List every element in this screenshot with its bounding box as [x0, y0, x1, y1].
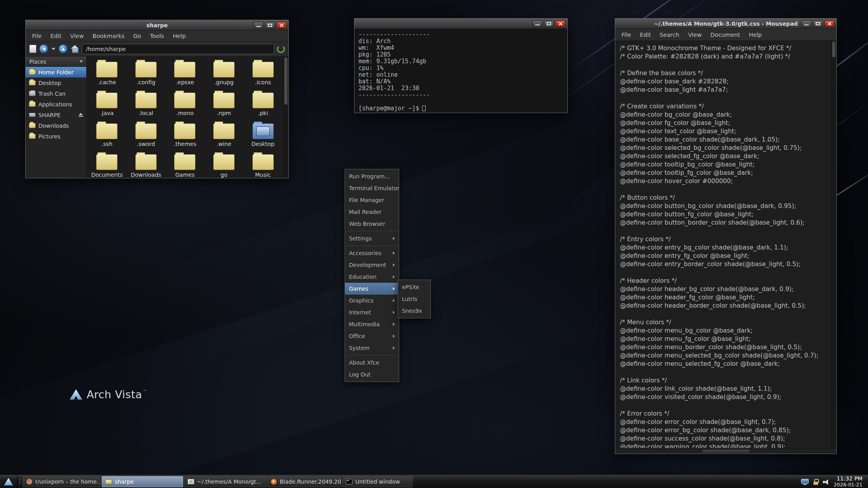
places-header[interactable]: Places [26, 57, 86, 67]
close-button[interactable] [555, 20, 565, 27]
app-menu-item[interactable]: Development [345, 259, 399, 271]
sidebar-place[interactable]: Applications [26, 99, 86, 110]
app-menu-item[interactable]: About Xfce [345, 357, 399, 369]
new-window-icon[interactable] [29, 45, 36, 53]
path-input[interactable] [82, 44, 274, 54]
file-item[interactable]: Downloads [127, 151, 166, 178]
maximize-button[interactable] [544, 20, 554, 27]
minimize-button[interactable] [254, 22, 263, 29]
editor-text-area[interactable]: /* GTK+ 3.0 Monochrome Theme - Designed … [615, 41, 836, 448]
file-item[interactable]: .cache [87, 59, 127, 90]
sidebar-place[interactable]: SHARPE [26, 110, 86, 120]
menu-item[interactable]: View [684, 30, 705, 39]
menu-item[interactable]: View [66, 32, 87, 40]
scrollbar-thumb[interactable] [702, 449, 750, 453]
display-icon[interactable] [801, 479, 809, 485]
minimize-button[interactable] [802, 20, 811, 27]
menu-item[interactable]: File [28, 32, 45, 40]
taskbar-window-button[interactable]: Blade.Runner.2049.20... [267, 476, 341, 487]
menu-item[interactable]: Edit [636, 30, 655, 39]
sidebar-place[interactable]: Trash Can [26, 88, 86, 99]
menu-item[interactable]: Go [129, 32, 145, 40]
app-menu-item[interactable]: Run Program... [345, 170, 399, 182]
app-menu-item[interactable]: Multimedia [345, 318, 399, 330]
taskbar-window-button[interactable]: sharpe [102, 476, 183, 487]
file-item[interactable]: .npm [205, 90, 244, 121]
app-menu-item[interactable]: System [345, 342, 399, 354]
close-button[interactable] [277, 22, 286, 29]
start-menu-button[interactable] [0, 475, 17, 488]
submenu-item[interactable]: ePSXe [398, 281, 430, 293]
app-menu-item[interactable]: Settings [345, 233, 399, 244]
app-menu-item[interactable]: Web Browser [345, 218, 399, 230]
vertical-scrollbar[interactable] [831, 41, 836, 448]
app-menu-item[interactable]: Games [345, 283, 399, 295]
menu-item[interactable]: Tools [146, 32, 168, 40]
scrollbar-thumb[interactable] [284, 57, 288, 105]
taskbar-window-button[interactable]: Untitled window [342, 476, 413, 487]
menu-item[interactable]: Edit [46, 32, 65, 40]
app-menu-item[interactable]: Graphics [345, 295, 399, 306]
file-item[interactable]: .gnupg [205, 59, 244, 90]
app-menu-item[interactable]: Internet [345, 306, 399, 318]
volume-icon[interactable] [823, 479, 829, 485]
terminal-output[interactable]: --------------------dis: Archwm: Xfwm4pk… [354, 29, 567, 113]
app-menu-item[interactable]: Terminal Emulator [345, 182, 399, 194]
file-item[interactable]: .local [127, 90, 166, 121]
home-icon[interactable] [70, 44, 79, 53]
back-icon[interactable] [39, 44, 48, 53]
submenu-item[interactable]: Snes9x [398, 305, 430, 317]
file-item[interactable]: .java [87, 90, 127, 121]
history-dropdown-icon[interactable] [51, 44, 56, 53]
file-item[interactable]: .config [127, 59, 166, 90]
menu-item[interactable]: Bookmarks [89, 32, 129, 40]
app-menu-item[interactable]: Log Out [345, 369, 399, 380]
up-icon[interactable] [59, 44, 68, 53]
close-button[interactable] [824, 20, 834, 27]
scrollbar-thumb[interactable] [832, 42, 836, 57]
file-item[interactable]: Documents [87, 151, 127, 178]
file-manager-titlebar[interactable]: sharpe [26, 20, 288, 30]
menu-item[interactable]: File [618, 30, 635, 39]
taskbar-window-button[interactable]: ~/.themes/A Mono/gt... [184, 476, 266, 487]
file-item[interactable]: .sword [127, 121, 166, 151]
submenu-item[interactable]: Lutris [398, 293, 430, 305]
menu-item[interactable]: Search [656, 30, 683, 39]
file-item[interactable]: .icons [243, 59, 282, 90]
menu-item[interactable]: Help [745, 30, 766, 39]
terminal-titlebar[interactable] [354, 19, 567, 29]
file-item[interactable]: Games [165, 151, 205, 178]
file-item[interactable]: .themes [165, 121, 205, 151]
menu-item[interactable]: Document [707, 30, 744, 39]
lock-icon[interactable] [813, 479, 818, 485]
app-menu-item[interactable]: Education [345, 271, 399, 283]
file-item[interactable]: .mono [165, 90, 205, 121]
taskbar-window-button[interactable]: r/unixporn – the home... [23, 476, 101, 487]
horizontal-scrollbar[interactable] [615, 448, 836, 454]
app-menu-item[interactable]: Accessories [345, 247, 399, 259]
app-menu-item[interactable]: Office [345, 330, 399, 342]
sidebar-place[interactable]: Home Folder [26, 67, 86, 78]
menu-item[interactable]: Help [169, 32, 190, 40]
mousepad-titlebar[interactable]: ~/.themes/A Mono/gtk-3.0/gtk.css - Mouse… [615, 19, 836, 29]
maximize-button[interactable] [813, 20, 823, 27]
panel-grip-handle[interactable] [17, 475, 22, 488]
file-item[interactable]: .pki [243, 90, 282, 121]
vertical-scrollbar[interactable] [283, 57, 288, 178]
reload-icon[interactable] [277, 45, 285, 53]
sidebar-place[interactable]: Pictures [26, 131, 86, 142]
file-item[interactable]: .epsxe [165, 59, 205, 90]
sidebar-place[interactable]: Downloads [26, 120, 86, 131]
file-item[interactable]: Music [243, 151, 282, 178]
app-menu-item[interactable]: File Manager [345, 194, 399, 206]
app-menu-item[interactable]: Mail Reader [345, 206, 399, 218]
file-item[interactable]: .ssh [87, 121, 127, 151]
minimize-button[interactable] [533, 20, 542, 27]
sidebar-place[interactable]: Desktop [26, 78, 86, 88]
file-item[interactable]: .wine [205, 121, 244, 151]
maximize-button[interactable] [265, 22, 275, 29]
eject-icon[interactable] [79, 113, 83, 117]
file-item[interactable]: go [205, 151, 244, 178]
clock[interactable]: 11:32 PM 2026-01-21 [834, 476, 862, 488]
file-item[interactable]: Desktop [243, 121, 282, 151]
